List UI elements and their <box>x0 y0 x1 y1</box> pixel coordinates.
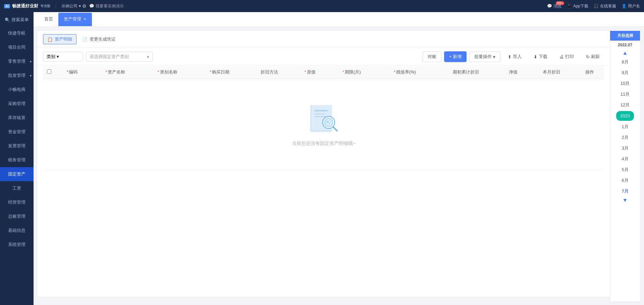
batch-dropdown-icon: ▾ <box>493 54 495 59</box>
message-button[interactable]: 💬 消息 99+ <box>547 3 561 9</box>
main-layout: 🔍 搜索菜单 快捷导航 项目合同 零售管理 ▾ 批发管理 ▾ 小畅电商 采购管理… <box>0 12 644 305</box>
month-item-12[interactable]: 12月 <box>610 100 640 110</box>
refresh-label: 刷新 <box>591 54 600 60</box>
col-original-value: *原值 <box>293 66 327 79</box>
online-service-button[interactable]: 🎧 在线客服 <box>594 3 616 9</box>
category-select-button[interactable]: 类别 ▾ <box>43 52 83 62</box>
sub-tabs: 📋 资产明细 📄 变更生成凭证 <box>38 31 610 48</box>
col-code: *编码 <box>55 66 89 79</box>
print-label: 打印 <box>565 54 574 60</box>
company-name: 示例公司 <box>61 3 77 9</box>
tab-assets[interactable]: 资产管理 ✕ <box>58 13 92 26</box>
category-filter: 类别 ▾ 请选择固定资产类别 ▾ <box>43 52 153 62</box>
batch-button[interactable]: 批量操作 ▾ <box>469 51 500 62</box>
sidebar-item-basic[interactable]: 基础信息 <box>0 223 34 238</box>
category-input[interactable]: 请选择固定资产类别 ▾ <box>86 52 153 62</box>
refresh-button[interactable]: ↻ 刷新 <box>581 52 604 62</box>
content-area: 首页 资产管理 ✕ 📋 资产明细 📄 变更生成凭证 <box>34 12 644 305</box>
import-button[interactable]: ⬆ 导入 <box>503 52 526 62</box>
sidebar-item-purchase[interactable]: 采购管理 <box>0 97 34 111</box>
sidebar-item-tax[interactable]: 税务管理 <box>0 153 34 167</box>
sidebar-item-wholesale[interactable]: 批发管理 ▾ <box>0 68 34 83</box>
sidebar-item-operations[interactable]: 经营管理 <box>0 195 34 209</box>
month-item-2[interactable]: 2月 <box>610 132 640 143</box>
month-item-9[interactable]: 9月 <box>610 67 640 78</box>
sidebar-item-system-label: 系统管理 <box>8 242 25 247</box>
company-selector[interactable]: 示例公司 ▾ ⚙ <box>61 3 87 9</box>
toolbar-left: 类别 ▾ 请选择固定资产类别 ▾ <box>43 52 153 62</box>
svg-point-8 <box>327 121 329 123</box>
user-profile[interactable]: 👤 用户名 <box>622 3 640 9</box>
month-item-4[interactable]: 4月 <box>610 154 640 164</box>
month-panel-down-button[interactable]: ▼ <box>623 197 628 204</box>
sidebar-item-assets[interactable]: 固定资产 <box>0 167 34 181</box>
sidebar-item-finance[interactable]: 资金管理 <box>0 125 34 139</box>
sidebar-item-project[interactable]: 项目合同 <box>0 40 34 54</box>
empty-illustration <box>304 102 344 135</box>
sidebar-item-invoice[interactable]: 发票管理 <box>0 139 34 153</box>
app-version: 专业版 <box>40 4 50 8</box>
month-item-5[interactable]: 5月 <box>610 164 640 175</box>
user-name: 用户名 <box>628 3 640 9</box>
tab-home-label: 首页 <box>44 16 53 22</box>
voucher-tab-icon: 📄 <box>82 37 88 42</box>
month-panel-up-button[interactable]: ▲ <box>623 49 628 57</box>
sidebar-item-invoice-label: 发票管理 <box>8 143 25 148</box>
tab-bar: 首页 资产管理 ✕ <box>34 12 644 27</box>
sidebar-item-ledger[interactable]: 总账管理 <box>0 209 34 223</box>
company-dropdown-icon: ▾ <box>79 4 81 8</box>
wholesale-expand-icon: ▾ <box>30 74 32 78</box>
message-badge: 99+ <box>556 1 564 5</box>
sidebar-item-nav[interactable]: 快捷导航 <box>0 26 34 40</box>
main-panel: 📋 资产明细 📄 变更生成凭证 类别 ▾ <box>38 31 610 301</box>
category-label: 类别 <box>47 54 55 59</box>
sidebar-item-tax-label: 税务管理 <box>8 157 25 162</box>
month-item-1[interactable]: 1月 <box>610 121 640 132</box>
sub-tab-detail[interactable]: 📋 资产明细 <box>43 34 76 44</box>
empty-state: 当前您还没有固定资产明细哦~ <box>46 82 602 167</box>
col-purchase-date: *购买日期 <box>194 66 246 79</box>
sidebar-item-ecommerce[interactable]: 小畅电商 <box>0 83 34 97</box>
month-item-6[interactable]: 6月 <box>610 175 640 186</box>
sidebar-item-retail-label: 零售管理 <box>8 59 25 64</box>
sidebar-search-label: 搜索菜单 <box>11 17 29 23</box>
detail-tab-label: 资产明细 <box>55 36 72 42</box>
month-item-11[interactable]: 11月 <box>610 89 640 100</box>
tab-assets-close-icon[interactable]: ✕ <box>83 17 87 21</box>
assets-table: *编码 *资产名称 *类别名称 *购买日期 折旧方法 *原值 *期限(月) *残… <box>43 66 604 170</box>
reconcile-button[interactable]: 对账 <box>423 51 441 62</box>
sidebar-item-ecommerce-label: 小畅电商 <box>8 87 25 92</box>
horizontal-scrollbar[interactable] <box>38 297 610 301</box>
month-item-7-selected[interactable]: 7月 <box>610 186 640 197</box>
month-item-10[interactable]: 10月 <box>610 78 640 89</box>
sidebar-item-project-label: 项目合同 <box>8 45 25 50</box>
col-accumulated-depreciation: 期初累计折旧 <box>433 66 499 79</box>
month-item-3[interactable]: 3月 <box>610 143 640 154</box>
svg-point-9 <box>329 122 330 124</box>
app-download-button[interactable]: 📱 App下载 <box>567 3 588 9</box>
toolbar-right: 对账 + 新增 批量操作 ▾ ⬆ 导入 <box>423 51 604 62</box>
month-panel-year: 2022.07 <box>616 41 634 49</box>
select-all-checkbox[interactable] <box>47 69 51 74</box>
sidebar-search[interactable]: 🔍 搜索菜单 <box>0 13 34 26</box>
print-button[interactable]: 🖨 打印 <box>555 52 579 62</box>
top-bar-left: Ai 畅捷通好业财 专业版 示例公司 ▾ ⚙ 💬 我要看实例演示 <box>4 3 124 9</box>
tab-home[interactable]: 首页 <box>39 13 58 26</box>
sidebar-item-retail[interactable]: 零售管理 ▾ <box>0 54 34 68</box>
sidebar-item-ledger-label: 总账管理 <box>8 214 25 219</box>
settings-icon[interactable]: ⚙ <box>82 3 87 9</box>
sidebar-item-salary[interactable]: 工资 <box>0 181 34 195</box>
demo-link[interactable]: 💬 我要看实例演示 <box>89 3 124 9</box>
add-button[interactable]: + 新增 <box>444 51 467 62</box>
col-depreciation-method: 折旧方法 <box>246 66 293 79</box>
sub-tab-voucher[interactable]: 📄 变更生成凭证 <box>78 34 120 44</box>
sidebar-item-system[interactable]: 系统管理 <box>0 238 34 252</box>
retail-expand-icon: ▾ <box>30 60 32 63</box>
sidebar-item-finance-label: 资金管理 <box>8 129 25 134</box>
online-service-label: 在线客服 <box>600 3 616 9</box>
sidebar-item-inventory[interactable]: 库存核算 <box>0 111 34 125</box>
import-icon: ⬆ <box>508 54 512 59</box>
col-residual-rate: *残值率(%) <box>376 66 434 79</box>
download-button[interactable]: ⬇ 下载 <box>529 52 552 62</box>
month-item-8[interactable]: 8月 <box>610 57 640 67</box>
